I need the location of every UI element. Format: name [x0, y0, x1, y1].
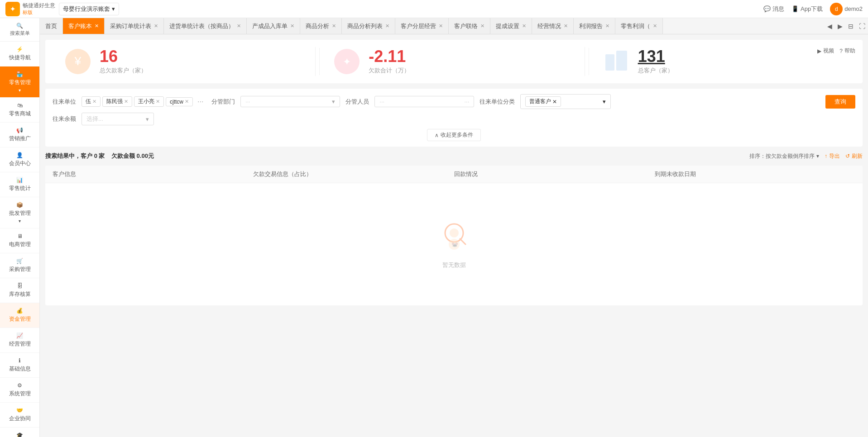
sidebar-item-basic-info[interactable]: ℹ 基础信息 [0, 353, 39, 378]
sidebar-item-enterprise[interactable]: 🤝 企业协同 [0, 403, 39, 428]
sys-icon: ⚙ [17, 382, 22, 389]
tab-biz-situation[interactable]: 经营情况 ✕ [532, 18, 574, 34]
user-profile[interactable]: d demo2 [830, 3, 863, 15]
tab-nav-prev[interactable]: ◀ [825, 18, 835, 34]
tag-close-icon[interactable]: ✕ [124, 99, 128, 104]
app-download-button[interactable]: 📱 App下载 [791, 5, 823, 13]
tab-close-icon[interactable]: ✕ [385, 23, 389, 29]
customer-type-tag: 普通客户 ✕ [525, 96, 561, 107]
message-button[interactable]: 💬 消息 [763, 5, 784, 13]
table-empty-state: 🐭 暂无数据 [45, 183, 863, 305]
top-bar-right: 💬 消息 📱 App下载 d demo2 [763, 3, 863, 15]
filter-more-tags[interactable]: ··· [195, 97, 206, 107]
tab-customer-capital[interactable]: 客户账本 ✕ [63, 18, 105, 34]
stat-block-total-clients: 131 总客户（家） [593, 47, 854, 76]
export-button[interactable]: ↑ 导出 [825, 152, 840, 160]
sidebar-item-retail-mall[interactable]: 🛍 零售商城 [0, 98, 39, 123]
tab-purchase-order[interactable]: 采购订单统计表 ✕ [105, 18, 164, 34]
tab-profit-report[interactable]: 利润报告 ✕ [574, 18, 615, 34]
tab-nav-menu[interactable]: ⊟ [845, 18, 856, 34]
svg-point-7 [450, 228, 459, 238]
sidebar-item-retail-stats[interactable]: 📊 零售统计 [0, 172, 39, 197]
stat-icon-receivable: ✦ [332, 47, 361, 76]
workspace-selector[interactable]: 母婴行业演示账套 ▾ [59, 3, 119, 15]
tab-nav-fullscreen[interactable]: ⛶ [856, 18, 868, 34]
sidebar-item-ecommerce[interactable]: 🖥 电商管理 [0, 228, 39, 253]
tab-product-analysis[interactable]: 商品分析 ✕ [300, 18, 342, 34]
tab-close-icon[interactable]: ✕ [564, 23, 568, 29]
table-header: 客户信息 欠款交易信息（占比） 回款情况 到期未收款日期 [45, 166, 863, 183]
sidebar-item-member[interactable]: 👤 会员中心 [0, 147, 39, 172]
tab-product-analysis-list[interactable]: 商品分析列表 ✕ [342, 18, 395, 34]
page-help: ▶ 视频 ? 帮助 [817, 47, 855, 55]
sidebar-item-new-guide[interactable]: 🎓 新手引导 [0, 428, 39, 437]
tab-home[interactable]: 首页 [40, 18, 63, 34]
stat-receivable-label: 欠款合计（万） [369, 66, 575, 75]
sidebar-item-operations[interactable]: 📈 经营管理 [0, 328, 39, 353]
sidebar-item-quick-nav[interactable]: ⚡ 快捷导航 [0, 42, 39, 66]
stat-customers-text: 16 总欠款客户（家） [100, 48, 306, 75]
ecommerce-icon: 🖥 [17, 233, 23, 239]
tag-close-icon[interactable]: ✕ [552, 99, 557, 105]
department-filter-select[interactable]: ··· ▾ [240, 96, 340, 107]
help-icon: ? [839, 48, 843, 54]
enterprise-icon: 🤝 [16, 407, 23, 413]
sort-select[interactable]: 排序：按欠款金额倒序排序 ▾ [749, 152, 819, 160]
refresh-button[interactable]: ↺ 刷新 [845, 152, 863, 160]
balance-filter-label: 往来余额 [53, 115, 76, 123]
query-button[interactable]: 查询 [825, 95, 855, 109]
sidebar-search[interactable]: 🔍 搜索菜单 [0, 18, 39, 42]
category-filter-select[interactable]: 普通客户 ✕ ▾ [520, 94, 611, 109]
person-filter-select[interactable]: ··· ··· [374, 96, 474, 107]
tab-close-icon[interactable]: ✕ [480, 23, 484, 29]
retail-icon: 🏪 [16, 71, 23, 77]
tab-close-icon[interactable]: ✕ [605, 23, 609, 29]
filter-tag-4: cjttcw ✕ [166, 97, 193, 106]
sidebar-item-wholesale[interactable]: 📦 批发管理 ▾ [0, 197, 39, 228]
filter-tag-3: 王小亮 ✕ [134, 96, 164, 107]
tab-close-icon[interactable]: ✕ [439, 23, 443, 29]
tag-close-icon[interactable]: ✕ [185, 99, 189, 104]
person-filter-label: 分管人员 [345, 98, 369, 106]
tag-close-icon[interactable]: ✕ [156, 99, 160, 104]
tab-stock-stats[interactable]: 进货单统计表（按商品） ✕ [164, 18, 247, 34]
tab-close-icon[interactable]: ✕ [95, 23, 99, 29]
sidebar-item-finance[interactable]: 💰 资金管理 [0, 303, 39, 328]
tab-customer-contact[interactable]: 客户联络 ✕ [449, 18, 490, 34]
logo-area: ✦ 畅捷通好生意 标版 [5, 2, 55, 16]
stat-icon-customers: ¥ [63, 47, 92, 76]
video-help-button[interactable]: ▶ 视频 [817, 47, 834, 55]
help-button[interactable]: ? 帮助 [839, 47, 855, 55]
balance-filter-select[interactable]: 选择... ▾ [82, 113, 154, 125]
arrow-icon: ▾ [332, 98, 335, 105]
mall-icon: 🛍 [17, 102, 23, 109]
top-bar: ✦ 畅捷通好生意 标版 母婴行业演示账套 ▾ 💬 消息 📱 App下载 d de… [0, 0, 868, 18]
tab-close-icon[interactable]: ✕ [290, 23, 294, 29]
tab-customer-segment[interactable]: 客户分层经营 ✕ [395, 18, 449, 34]
sidebar-item-sys-mgmt[interactable]: ⚙ 系统管理 [0, 378, 39, 403]
svg-text:✦: ✦ [343, 56, 351, 67]
sidebar-item-inventory[interactable]: 🗄 库存核算 [0, 278, 39, 303]
tab-cost-in[interactable]: 产成品入库单 ✕ [247, 18, 300, 34]
category-filter-label: 往来单位分类 [480, 98, 515, 106]
tab-nav-next[interactable]: ▶ [835, 18, 845, 34]
inventory-icon: 🗄 [17, 283, 23, 289]
stat-clients-label: 总客户（家） [638, 66, 844, 75]
sidebar-item-retail-mgmt[interactable]: 🏪 零售管理 ▾ [0, 66, 39, 98]
tag-close-icon[interactable]: ✕ [92, 99, 96, 104]
tab-improve-settings[interactable]: 提成设置 ✕ [490, 18, 532, 34]
collapse-button[interactable]: ∧ 收起更多条件 [427, 129, 481, 141]
tab-close-icon[interactable]: ✕ [154, 23, 158, 29]
sidebar-item-purchase[interactable]: 🛒 采购管理 [0, 253, 39, 278]
tab-nav-buttons: ◀ ▶ ⊟ ⛶ [825, 18, 868, 34]
tab-close-icon[interactable]: ✕ [522, 23, 526, 29]
tab-close-icon[interactable]: ✕ [237, 23, 241, 29]
tab-close-icon[interactable]: ✕ [332, 23, 336, 29]
finance-icon: 💰 [16, 308, 23, 314]
sidebar-item-marketing[interactable]: 📢 营销推广 [0, 123, 39, 147]
page-content: ▶ 视频 ? 帮助 ¥ [40, 34, 868, 437]
sidebar: 🔍 搜索菜单 ⚡ 快捷导航 🏪 零售管理 ▾ 🛍 零售商城 📢 营销推广 👤 会… [0, 18, 40, 437]
department-filter-label: 分管部门 [211, 98, 235, 106]
tab-retail-profit[interactable]: 零售利润（ ✕ [615, 18, 663, 34]
tab-close-icon[interactable]: ✕ [653, 23, 657, 29]
